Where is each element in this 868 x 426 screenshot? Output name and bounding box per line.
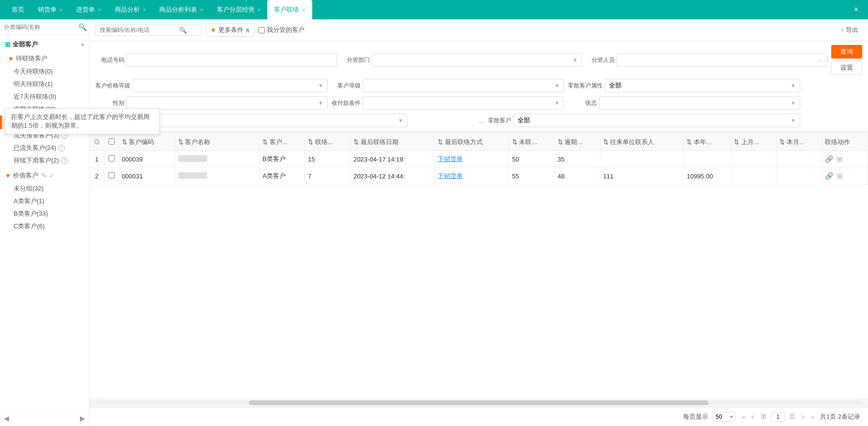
nav-product-analysis-list[interactable]: 商品分析列表 × (152, 0, 210, 19)
row2-select-checkbox[interactable] (108, 172, 115, 178)
page-number-input[interactable] (771, 412, 785, 422)
phone-input[interactable] (126, 53, 337, 67)
col-name-sort-icon[interactable]: ⇅ (178, 138, 183, 146)
prev-page-button[interactable]: < (749, 412, 757, 422)
tooltip-overlay: 距客户上次交易时长，超过了此客户的平均交易周期的1.5倍，则视为异常。 (90, 108, 160, 134)
table-row: 1 000039 B类客户 15 2023-04-17 14:19: 下销货单 (90, 151, 868, 168)
per-page-select[interactable]: 50 100 200 (712, 412, 736, 422)
row1-view-icon[interactable]: 🔗 (825, 155, 833, 163)
row1-checkbox[interactable] (104, 151, 119, 168)
close-customer-contact-icon[interactable]: × (302, 7, 305, 13)
gender-select[interactable]: ▼ (126, 96, 328, 110)
col-last-month-sort-icon[interactable]: ⇅ (734, 138, 739, 146)
sidebar-next-icon[interactable]: ▶ (80, 414, 85, 422)
payment-select[interactable]: ▼ (363, 96, 564, 110)
sidebar-item-declining[interactable]: 持续下滑客户(2) ? (0, 154, 89, 167)
customer-level-chevron-icon: ▼ (554, 83, 560, 88)
col-last-contact-date-sort-icon[interactable]: ⇅ (353, 138, 359, 146)
close-customer-segmentation-icon[interactable]: × (258, 7, 260, 13)
sidebar-collapse-button[interactable]: » (81, 41, 84, 48)
nav-customer-segmentation[interactable]: 客户分层经营 × (210, 0, 267, 19)
scrollbar-thumb[interactable] (249, 400, 709, 405)
sidebar-item-b-class[interactable]: B类客户(33) (0, 207, 89, 220)
value-arrow-icon: ▼ (5, 172, 11, 179)
sidebar-item-churned[interactable]: 已流失客户(24) ? (0, 142, 89, 154)
close-product-analysis-list-icon[interactable]: × (200, 7, 203, 13)
page-total-label: 共1页 2条记录 (820, 412, 860, 421)
sidebar-item-tomorrow-pending[interactable]: 明天待联络(1) (0, 78, 89, 90)
nav-home[interactable]: 首页 (5, 0, 31, 19)
query-button[interactable]: 查询 (831, 45, 862, 59)
value-check-icon[interactable]: ✓ (49, 172, 55, 179)
sidebar-item-a-class[interactable]: A类客户(1) (0, 195, 89, 207)
sidebar-item-c-class[interactable]: C类客户(6) (0, 220, 89, 233)
price-level-select[interactable]: ▼ (132, 79, 328, 92)
col-contact-count-sort-icon[interactable]: ⇅ (308, 138, 313, 146)
close-product-analysis-icon[interactable]: × (143, 7, 146, 13)
row2-checkbox[interactable] (104, 168, 119, 185)
nav-customer-contact[interactable]: 客户联络 × (267, 0, 312, 19)
payment-label: 收付款条件 (332, 99, 361, 107)
table-row: 2 000031 A类客户 7 2023-04-12 14:44: 下销货单 (90, 168, 868, 185)
col-contact-person-sort-icon[interactable]: ⇅ (603, 138, 609, 146)
sidebar-item-today-pending[interactable]: 今天待联络(0) (0, 65, 89, 78)
sidebar-all-customers[interactable]: ⊞ 全部客户 » (0, 37, 89, 52)
row2-last-contact-method[interactable]: 下销货单 (434, 168, 509, 185)
col-this-year-sort-icon[interactable]: ⇅ (686, 138, 692, 146)
row1-qr-icon[interactable]: ⊞ (837, 155, 843, 163)
customer-type-select[interactable]: ▼ (126, 114, 408, 127)
setting-button[interactable]: 设置 (831, 60, 862, 75)
row2-view-icon[interactable]: 🔗 (825, 172, 833, 180)
filter-more-dots[interactable]: ... (478, 116, 484, 125)
more-filters-button[interactable]: ▼ 更多条件 ∧ (206, 23, 255, 37)
row1-select-checkbox[interactable] (108, 155, 115, 162)
sidebar-pending-group[interactable]: ▼ 待联络客户 (0, 52, 89, 65)
window-close-button[interactable]: × (849, 5, 863, 14)
col-uncontacted-sort-icon[interactable]: ⇅ (512, 138, 518, 146)
first-page-button[interactable]: « (740, 412, 747, 422)
col-code-sort-icon[interactable]: ⇅ (122, 138, 127, 146)
filter-dept: 分管部门 ▼ (341, 53, 582, 67)
sidebar-search-input[interactable] (4, 24, 76, 30)
col-contact-count: ⇅ 联络... (305, 133, 350, 151)
value-edit-icon[interactable]: ✎ (41, 172, 47, 179)
sidebar-prev-icon[interactable]: ◀ (4, 414, 9, 422)
retail-customer-select[interactable]: 全部 ▼ (513, 114, 800, 127)
sidebar-item-7day-pending[interactable]: 近7天待联络(0) (0, 90, 89, 103)
my-customer-checkbox-label[interactable]: 我分管的客户 (259, 26, 305, 34)
nav-product-analysis[interactable]: 商品分析 × (108, 0, 152, 19)
pending-arrow-icon: ▼ (8, 55, 14, 62)
horizontal-scrollbar[interactable] (95, 400, 862, 405)
row1-last-contact-method[interactable]: 下销货单 (434, 151, 509, 168)
row2-qr-icon[interactable]: ⊞ (837, 172, 843, 180)
close-sales-order-icon[interactable]: × (60, 7, 62, 13)
status-select[interactable]: ▼ (599, 96, 800, 110)
dept-label: 分管部门 (341, 56, 370, 64)
col-level-sort-icon[interactable]: ⇅ (262, 138, 268, 146)
sidebar-value-group[interactable]: ▼ 价值客户 ✎ ✓ (0, 169, 89, 182)
filter-funnel-icon: ▼ (210, 27, 216, 34)
next-page-button[interactable]: > (799, 412, 807, 422)
row2-contact-count: 7 (305, 168, 350, 185)
my-customer-checkbox[interactable] (259, 27, 265, 33)
person-input[interactable]: ··· (617, 53, 827, 67)
last-page-button[interactable]: » (809, 412, 816, 422)
filter-status: 状态 ▼ (568, 96, 800, 110)
customer-level-select[interactable]: ▼ (363, 79, 564, 92)
filter-panel: 电话号码 分管部门 ▼ 分管人员 ··· (90, 41, 868, 132)
nav-sales-order[interactable]: 销货单 × (31, 0, 69, 19)
col-checkbox[interactable] (104, 133, 119, 151)
close-purchase-order-icon[interactable]: × (98, 7, 101, 13)
retail-attr-select[interactable]: 全部 ▼ (605, 79, 800, 92)
settings-icon[interactable]: ⚙ (93, 138, 100, 146)
select-all-checkbox[interactable] (108, 138, 115, 145)
col-this-month-sort-icon[interactable]: ⇅ (779, 138, 785, 146)
export-button[interactable]: ↑ 导出 (837, 24, 863, 36)
nav-purchase-order[interactable]: 进货单 × (69, 0, 107, 19)
main-search-input[interactable] (100, 27, 177, 33)
sidebar-item-ungrouped[interactable]: 未分组(32) (0, 182, 89, 195)
col-overdue-sort-icon[interactable]: ⇅ (558, 138, 563, 146)
row2-last-month (731, 168, 777, 185)
dept-select[interactable]: ▼ (372, 53, 582, 67)
col-last-contact-method-sort-icon[interactable]: ⇅ (438, 138, 443, 146)
